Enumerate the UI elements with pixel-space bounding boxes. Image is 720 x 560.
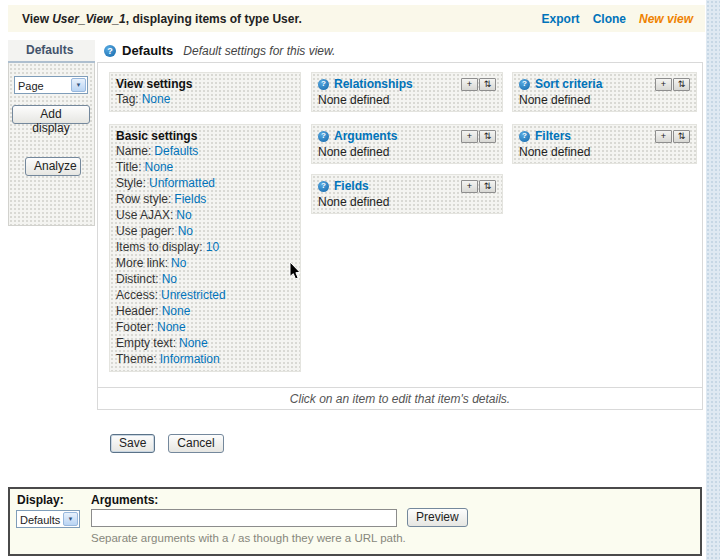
sort-criteria-buttons: + ⇅ [655, 78, 690, 91]
fields-box: ? Fields + ⇅ None defined [311, 174, 503, 214]
heading-description: Default settings for this view. [183, 44, 335, 58]
relationships-empty-text: None defined [318, 93, 496, 107]
basic-settings-title: Basic settings [116, 129, 294, 143]
fields-empty-text: None defined [318, 195, 496, 209]
arguments-rearrange-button[interactable]: ⇅ [479, 130, 496, 143]
display-settings-heading: ? Defaults Default settings for this vie… [104, 43, 335, 58]
filters-rearrange-button[interactable]: ⇅ [673, 130, 690, 143]
clone-link[interactable]: Clone [593, 12, 626, 26]
basic-settings-box: Basic settings Name:Defaults Title:None … [109, 124, 301, 372]
setting-row: Style:Unformatted [116, 175, 294, 191]
setting-value-link[interactable]: No [171, 256, 186, 270]
setting-row: Distinct:No [116, 271, 294, 287]
views-ui-screen: ViewUser_View_1, displaying items of typ… [0, 0, 720, 560]
setting-value-link[interactable]: Unformatted [149, 176, 215, 190]
add-display-button[interactable]: Add display [12, 105, 90, 124]
filters-box-header: ? Filters + ⇅ [519, 129, 690, 143]
view-settings-title: View settings [116, 77, 294, 91]
display-type-select-value: Page [18, 80, 44, 92]
display-settings-panel: View settings Tag:None Basic settings Na… [97, 62, 703, 410]
cancel-button[interactable]: Cancel [168, 434, 223, 453]
view-title-suffix: , displaying items of type User. [126, 12, 302, 26]
view-settings-box: View settings Tag:None [109, 72, 301, 112]
arguments-add-button[interactable]: + [461, 130, 478, 143]
setting-value-link[interactable]: 10 [206, 240, 219, 254]
sort-criteria-rearrange-button[interactable]: ⇅ [673, 78, 690, 91]
sort-criteria-empty-text: None defined [519, 93, 690, 107]
basic-settings-rows: Name:Defaults Title:None Style:Unformatt… [116, 143, 294, 367]
setting-value-link[interactable]: None [145, 160, 174, 174]
help-icon[interactable]: ? [519, 79, 530, 90]
export-link[interactable]: Export [542, 12, 580, 26]
setting-value-link[interactable]: None [157, 320, 186, 334]
setting-label: Use pager: [116, 224, 175, 238]
setting-row: Name:Defaults [116, 143, 294, 159]
setting-label: Header: [116, 304, 159, 318]
setting-value-link[interactable]: None [179, 336, 208, 350]
sort-criteria-box-header: ? Sort criteria + ⇅ [519, 77, 690, 91]
setting-label: Tag: [116, 92, 139, 106]
save-button[interactable]: Save [110, 434, 155, 453]
sort-criteria-add-button[interactable]: + [655, 78, 672, 91]
sidebar-body: Page ▼ Add display Analyze [8, 63, 95, 226]
help-icon[interactable]: ? [104, 45, 116, 57]
relationships-add-button[interactable]: + [461, 78, 478, 91]
relationships-box: ? Relationships + ⇅ None defined [311, 72, 503, 112]
setting-row: Items to display:10 [116, 239, 294, 255]
setting-row: Header:None [116, 303, 294, 319]
view-title-prefix: View [22, 12, 49, 26]
setting-row: Empty text:None [116, 335, 294, 351]
setting-row: Footer:None [116, 319, 294, 335]
filters-buttons: + ⇅ [655, 130, 690, 143]
chevron-down-icon: ▼ [63, 512, 78, 526]
relationships-rearrange-button[interactable]: ⇅ [479, 78, 496, 91]
setting-value-link[interactable]: No [176, 208, 191, 222]
setting-row: Access:Unrestricted [116, 287, 294, 303]
preview-arguments-label: Arguments: [91, 493, 158, 507]
preview-display-select[interactable]: Defaults ▼ [16, 510, 80, 528]
preview-display-select-value: Defaults [20, 514, 60, 526]
setting-row: Row style:Fields [116, 191, 294, 207]
setting-value-link[interactable]: None [162, 304, 191, 318]
setting-value-link[interactable]: No [162, 272, 177, 286]
setting-value-link[interactable]: Unrestricted [161, 288, 226, 302]
fields-buttons: + ⇅ [461, 180, 496, 193]
setting-row: Use pager:No [116, 223, 294, 239]
setting-label: More link: [116, 256, 168, 270]
fields-box-header: ? Fields + ⇅ [318, 179, 496, 193]
setting-label: Theme: [116, 352, 157, 366]
new-view-link[interactable]: New view [639, 12, 693, 26]
sort-criteria-title-link[interactable]: Sort criteria [535, 77, 602, 91]
fields-rearrange-button[interactable]: ⇅ [479, 180, 496, 193]
display-tabs-sidebar: Defaults Page ▼ Add display Analyze [8, 40, 95, 226]
arguments-title-link[interactable]: Arguments [334, 129, 397, 143]
setting-label: Footer: [116, 320, 154, 334]
arguments-input[interactable] [91, 509, 397, 527]
filters-box: ? Filters + ⇅ None defined [512, 124, 697, 164]
help-icon[interactable]: ? [519, 131, 530, 142]
filters-title-link[interactable]: Filters [535, 129, 571, 143]
setting-value-link[interactable]: Information [160, 352, 220, 366]
setting-value-link[interactable]: No [178, 224, 193, 238]
setting-value-link[interactable]: Fields [174, 192, 206, 206]
help-icon[interactable]: ? [318, 79, 329, 90]
relationships-box-header: ? Relationships + ⇅ [318, 77, 496, 91]
fields-add-button[interactable]: + [461, 180, 478, 193]
help-icon[interactable]: ? [318, 181, 329, 192]
preview-button[interactable]: Preview [407, 508, 468, 527]
arguments-box: ? Arguments + ⇅ None defined [311, 124, 503, 164]
analyze-button[interactable]: Analyze [25, 157, 81, 176]
relationships-title-link[interactable]: Relationships [334, 77, 413, 91]
setting-row: Theme:Information [116, 351, 294, 367]
display-type-select[interactable]: Page ▼ [14, 76, 88, 94]
fields-title-link[interactable]: Fields [334, 179, 369, 193]
form-actions: Save Cancel [110, 434, 224, 453]
setting-value-link[interactable]: Defaults [154, 144, 198, 158]
help-icon[interactable]: ? [318, 131, 329, 142]
tab-defaults[interactable]: Defaults [8, 40, 95, 63]
live-preview-panel: Display: Defaults ▼ Arguments: Preview S… [8, 487, 702, 556]
chevron-down-icon: ▼ [71, 78, 86, 92]
filters-add-button[interactable]: + [655, 130, 672, 143]
arguments-empty-text: None defined [318, 145, 496, 159]
setting-value-link[interactable]: None [142, 92, 171, 106]
